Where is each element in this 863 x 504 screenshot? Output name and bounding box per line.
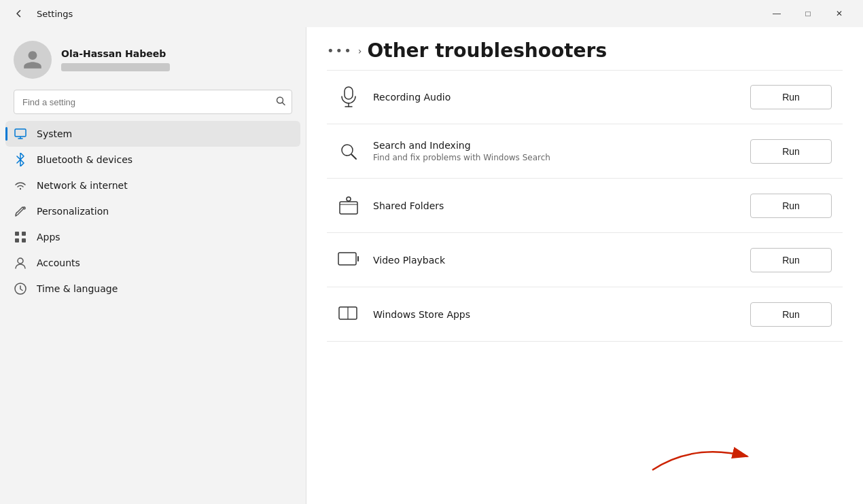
user-info: Ola-Hassan Habeeb [61, 48, 170, 71]
svg-point-18 [347, 197, 351, 201]
troubleshooter-windows-store: Windows Store Apps Run [327, 287, 843, 342]
breadcrumb-chevron: › [358, 46, 362, 56]
search-icon [276, 96, 285, 108]
windows-store-icon [338, 304, 359, 325]
video-playback-text: Video Playback [373, 255, 737, 266]
svg-rect-7 [22, 232, 26, 236]
search-indexing-subtitle: Find and fix problems with Windows Searc… [373, 153, 737, 162]
search-box [14, 90, 292, 114]
svg-rect-21 [357, 256, 359, 262]
windows-store-text: Windows Store Apps [373, 309, 737, 320]
bluetooth-icon [14, 153, 27, 166]
search-indexing-text: Search and Indexing Find and fix problem… [373, 140, 737, 162]
title-bar: Settings — □ ✕ [0, 0, 863, 27]
user-email-masked [61, 63, 170, 71]
search-indexing-title: Search and Indexing [373, 140, 737, 151]
content-area: ••• › Other troubleshooters Recording Au… [306, 27, 863, 504]
svg-rect-17 [340, 202, 357, 214]
brush-icon [14, 204, 27, 218]
shared-folders-title: Shared Folders [373, 200, 737, 211]
avatar [14, 41, 52, 79]
clock-icon [14, 282, 27, 295]
sidebar: Ola-Hassan Habeeb [0, 27, 306, 504]
video-playback-title: Video Playback [373, 255, 737, 266]
content-header: ••• › Other troubleshooters [306, 27, 863, 70]
sidebar-item-apps[interactable]: Apps [5, 224, 300, 250]
video-playback-run-button[interactable]: Run [750, 248, 832, 272]
sidebar-item-personalization[interactable]: Personalization [5, 198, 300, 224]
sidebar-item-accounts-label: Accounts [37, 257, 80, 268]
user-name: Ola-Hassan Habeeb [61, 48, 170, 59]
svg-rect-12 [345, 87, 353, 99]
page-title: Other troubleshooters [367, 39, 607, 62]
svg-rect-2 [15, 129, 26, 137]
sidebar-item-system-label: System [37, 128, 72, 139]
svg-point-10 [18, 258, 23, 264]
troubleshooter-search-indexing: Search and Indexing Find and fix problem… [327, 124, 843, 179]
microphone-icon [338, 86, 359, 108]
recording-audio-title: Recording Audio [373, 92, 737, 103]
main-layout: Ola-Hassan Habeeb [0, 27, 863, 504]
svg-rect-6 [15, 232, 19, 236]
recording-audio-text: Recording Audio [373, 92, 737, 103]
sidebar-nav: System Bluetooth & devices [0, 121, 306, 497]
svg-line-16 [352, 154, 357, 159]
windows-store-title: Windows Store Apps [373, 309, 737, 320]
back-button[interactable] [8, 3, 30, 24]
sidebar-item-time[interactable]: Time & language [5, 276, 300, 302]
search-indexing-run-button[interactable]: Run [750, 139, 832, 164]
troubleshooter-shared-folders: Shared Folders Run [327, 179, 843, 233]
monitor-icon [14, 127, 27, 141]
troubleshooter-recording-audio: Recording Audio Run [327, 70, 843, 124]
maximize-button[interactable]: □ [792, 3, 824, 24]
svg-point-5 [20, 188, 21, 190]
sidebar-item-system[interactable]: System [5, 121, 300, 147]
svg-rect-9 [22, 238, 26, 242]
app-title: Settings [37, 9, 73, 19]
windows-store-run-button[interactable]: Run [750, 302, 832, 327]
shared-folders-icon [338, 195, 359, 217]
window-controls: — □ ✕ [761, 3, 855, 24]
content-scroll[interactable]: Recording Audio Run Search and Indexing … [306, 70, 863, 504]
sidebar-item-apps-label: Apps [37, 232, 60, 242]
svg-point-15 [342, 145, 353, 156]
grid-icon [14, 230, 27, 244]
breadcrumb-dots[interactable]: ••• [327, 43, 353, 58]
sidebar-item-network-label: Network & internet [37, 180, 128, 191]
person-icon [14, 256, 27, 270]
troubleshooter-video-playback: Video Playback Run [327, 233, 843, 287]
search-input[interactable] [14, 90, 292, 114]
minimize-button[interactable]: — [761, 3, 792, 24]
close-button[interactable]: ✕ [824, 3, 855, 24]
arrow-annotation [639, 429, 775, 484]
sidebar-item-accounts[interactable]: Accounts [5, 250, 300, 276]
search-indexing-icon [338, 141, 359, 162]
sidebar-item-personalization-label: Personalization [37, 206, 109, 217]
recording-audio-run-button[interactable]: Run [750, 85, 832, 109]
shared-folders-text: Shared Folders [373, 200, 737, 211]
sidebar-item-time-label: Time & language [37, 283, 118, 294]
sidebar-item-bluetooth-label: Bluetooth & devices [37, 154, 133, 165]
wifi-icon [14, 179, 27, 192]
sidebar-item-bluetooth[interactable]: Bluetooth & devices [5, 147, 300, 173]
shared-folders-run-button[interactable]: Run [750, 194, 832, 218]
svg-line-1 [283, 103, 285, 105]
svg-rect-20 [338, 253, 356, 265]
user-section: Ola-Hassan Habeeb [0, 27, 306, 90]
video-playback-icon [338, 249, 359, 271]
sidebar-item-network[interactable]: Network & internet [5, 173, 300, 198]
svg-rect-8 [15, 238, 19, 242]
